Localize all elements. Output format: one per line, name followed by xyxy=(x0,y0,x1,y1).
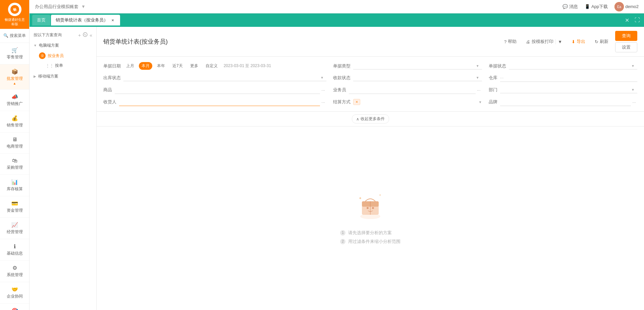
logo-text: 畅捷通好生意 标版 xyxy=(2,17,27,26)
tab-sales-stat[interactable]: 销货单统计表（按业务员） ✕ xyxy=(51,15,120,25)
doc-type-control: ▼ xyxy=(353,63,482,69)
search-menu-item[interactable]: 🔍 搜索菜单 xyxy=(2,32,27,40)
plan-section-mobile: ▶ 移动端方案 xyxy=(30,71,96,81)
salesperson-more-btn[interactable]: ··· xyxy=(476,88,482,93)
sidebar-logo[interactable]: 畅 畅捷通好生意 标版 xyxy=(0,0,29,29)
this-month-btn[interactable]: 本月 xyxy=(139,62,152,70)
message-action[interactable]: 💬 消息 xyxy=(562,4,578,10)
header-left: 办公用品行业模拟账套 ▼ xyxy=(35,4,86,10)
empty-step-2: 2 用过滤条件来缩小分析范围 xyxy=(340,239,400,245)
sidebar-item-purchase[interactable]: 🛍 采购管理 xyxy=(0,154,29,175)
tab-home[interactable]: 首页 xyxy=(32,15,50,25)
custom-btn[interactable]: 自定义 xyxy=(203,62,220,70)
filter-outbound: 出库状态 ▼ xyxy=(103,74,326,81)
outbound-control: ▼ xyxy=(123,74,326,81)
mobile-section-label: 移动端方案 xyxy=(38,73,58,79)
sidebar-item-finance[interactable]: 💳 资金管理 xyxy=(0,196,29,218)
goods-more-btn[interactable]: ··· xyxy=(320,88,326,93)
logo-icon: 畅 xyxy=(8,3,21,16)
last-7-btn[interactable]: 近7天 xyxy=(170,62,185,70)
outbound-arrow: ▼ xyxy=(320,76,324,80)
content-header: 销货单统计表(按业务员) ? 帮助 🖨 按模板打印 ▼ ⬇ 导出 xyxy=(97,27,644,57)
filter-salesperson: 业务员 ··· xyxy=(333,86,482,94)
sidebar-item-basic[interactable]: ℹ 基础信息 xyxy=(0,239,29,261)
print-dropdown-arrow[interactable]: ▼ xyxy=(555,39,562,44)
template-print-button[interactable]: 🖨 按模板打印 ▼ xyxy=(523,37,565,46)
brand-more-btn[interactable]: ··· xyxy=(631,100,637,105)
settings-button[interactable]: 设置 xyxy=(615,42,637,52)
filter-date: 单据日期 上月 本月 本年 近7天 更多 自定义 2023-03-01 至 20… xyxy=(103,62,326,70)
collapse-panel-icon[interactable]: « xyxy=(90,33,92,38)
sidebar-item-marketing[interactable]: 📣 营销推广 xyxy=(0,90,29,111)
salesperson-input[interactable] xyxy=(349,86,476,94)
user-profile[interactable]: Ea demo2 xyxy=(614,2,639,11)
section-title-label: 电脑端方案 xyxy=(39,43,59,48)
dropdown-arrow-icon[interactable]: ▼ xyxy=(81,4,86,9)
consignee-input[interactable] xyxy=(119,98,320,106)
header-right: 💬 消息 📱 App下载 Ea demo2 xyxy=(562,2,639,11)
settlement-arrow[interactable]: ▼ xyxy=(479,100,482,104)
plan-item-by-salesperson[interactable]: 业 按业务员 xyxy=(30,50,96,61)
app-download-action[interactable]: 📱 App下载 xyxy=(585,4,608,10)
warehouse-control: ··· xyxy=(500,74,637,82)
page-content: 按以下方案查询 + ✎ « ▼ 电脑端方案 业 按业务员 xyxy=(30,27,644,310)
order-sub-icon: ⋮⋮ xyxy=(46,63,54,68)
edit-plan-icon[interactable]: ✎ xyxy=(83,32,88,38)
department-control: ▼ xyxy=(500,87,637,93)
settlement-tag-close[interactable]: × xyxy=(356,100,358,104)
svg-text:✦: ✦ xyxy=(379,193,381,197)
collapse-filters-button[interactable]: ∧ 收起更多条件 xyxy=(352,114,389,123)
plan-section-mobile-title[interactable]: ▶ 移动端方案 xyxy=(30,71,96,81)
sidebar-item-system[interactable]: ⚙ 系统管理 xyxy=(0,261,29,282)
consignee-more-btn[interactable]: ··· xyxy=(320,100,326,105)
query-button[interactable]: 查询 xyxy=(615,31,637,41)
warehouse-select[interactable]: ··· xyxy=(500,74,637,82)
section-expand-arrow: ▼ xyxy=(34,44,37,47)
settlement-control: × ▼ xyxy=(353,99,482,105)
add-plan-icon[interactable]: + xyxy=(78,33,81,38)
sidebar-item-enterprise[interactable]: 🤝 企业协同 xyxy=(0,282,29,304)
filter-settlement: 结算方式 × ▼ xyxy=(333,99,482,105)
filter-goods: 商品 ··· xyxy=(103,86,326,94)
step-1-number: 1 xyxy=(340,230,345,236)
sidebar-item-operations[interactable]: 📈 经营管理 xyxy=(0,218,29,239)
outbound-select[interactable]: ▼ xyxy=(123,74,326,81)
last-month-btn[interactable]: 上月 xyxy=(123,62,137,70)
sidebar-item-newbie[interactable]: 🎯 新手引导 xyxy=(0,304,29,310)
tab-maximize-icon[interactable]: ⛶ xyxy=(633,16,641,24)
tab-close-button[interactable]: ✕ xyxy=(110,17,115,23)
brand-input[interactable] xyxy=(500,98,631,106)
panel-header-label: 按以下方案查询 xyxy=(34,32,62,38)
avatar: Ea xyxy=(614,2,624,11)
plan-section-pc-title[interactable]: ▼ 电脑端方案 xyxy=(30,41,96,50)
refresh-button[interactable]: ↻ 刷新 xyxy=(592,37,611,46)
more-btn[interactable]: 更多 xyxy=(187,62,201,70)
tab-bar: 首页 销货单统计表（按业务员） ✕ ✕ ⛶ xyxy=(30,13,644,27)
this-year-btn[interactable]: 本年 xyxy=(154,62,168,70)
warehouse-placeholder: ··· xyxy=(500,75,504,80)
help-button[interactable]: ? 帮助 xyxy=(501,37,519,46)
sidebar-item-inventory[interactable]: 📊 库存核算 xyxy=(0,175,29,196)
mobile-icon: 📱 xyxy=(585,4,590,9)
svg-text:✎: ✎ xyxy=(84,33,87,37)
left-panel-header: 按以下方案查询 + ✎ « xyxy=(30,31,96,41)
collapse-row: ∧ 收起更多条件 xyxy=(97,112,644,126)
goods-input[interactable] xyxy=(115,86,320,94)
date-label: 单据日期 xyxy=(103,63,121,69)
sidebar-item-ecommerce[interactable]: 🖥 电商管理 xyxy=(0,133,29,154)
sidebar-item-retail[interactable]: 🛒 零售管理 xyxy=(0,43,29,64)
export-button[interactable]: ⬇ 导出 xyxy=(569,37,588,46)
tab-close-window-icon[interactable]: ✕ xyxy=(624,16,631,25)
doc-status-select[interactable]: ▼ xyxy=(509,63,637,69)
payment-select[interactable]: ▼ xyxy=(353,74,482,81)
wholesale-icon: 📦 xyxy=(11,68,18,75)
newbie-icon: 🎯 xyxy=(1,308,28,310)
department-select[interactable]: ▼ xyxy=(500,87,637,93)
filter-warehouse: 仓库 ··· xyxy=(489,74,637,82)
outbound-label: 出库状态 xyxy=(103,75,121,81)
sidebar-item-sales[interactable]: 💰 销售管理 xyxy=(0,111,29,133)
doc-type-select[interactable]: ▼ xyxy=(353,63,482,69)
sidebar-item-wholesale[interactable]: 📦 批发管理 ▲ xyxy=(0,64,29,90)
enterprise-icon: 🤝 xyxy=(1,286,28,293)
plan-item-by-order[interactable]: ⋮⋮ 按单 xyxy=(30,61,96,70)
